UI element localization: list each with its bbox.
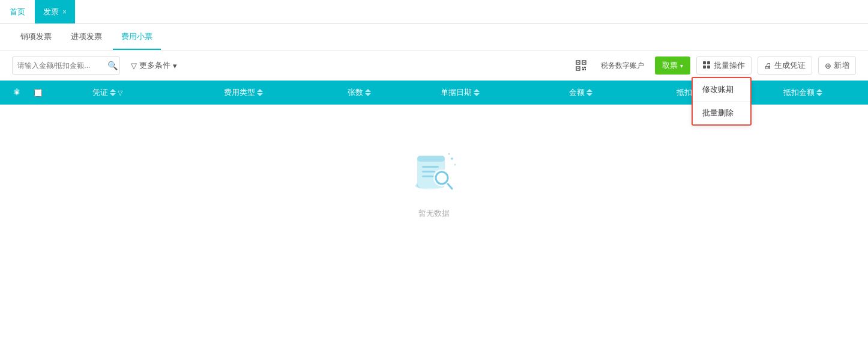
th-checkbox[interactable] — [29, 89, 47, 97]
invoice-tab-close[interactable]: × — [62, 8, 67, 16]
dropdown-item-batch-delete[interactable]: 批量删除 — [693, 101, 750, 124]
th-count[interactable]: 张数 — [319, 87, 399, 98]
top-nav: 首页 发票 × — [0, 0, 868, 24]
th-expense-type-label: 费用类型 — [224, 87, 255, 98]
gen-voucher-button[interactable]: 🖨 生成凭证 — [758, 56, 812, 75]
th-voucher-label: 凭证 — [92, 87, 108, 98]
count-sort-icon — [365, 89, 371, 96]
tax-account-button[interactable]: 税务数字账户 — [596, 56, 649, 75]
svg-rect-1 — [577, 62, 579, 63]
th-deduct-amount-label: 抵扣金额 — [783, 87, 815, 98]
date-sort-icon — [474, 89, 480, 96]
toolbar: 🔍 ▽ 更多条件 ▾ — [0, 50, 868, 81]
toolbar-right: 税务数字账户 取票 ▾ 批量操作 — [572, 56, 856, 75]
amount-sort-icon — [586, 89, 592, 96]
svg-rect-9 — [585, 69, 586, 70]
filter-chevron-icon: ▾ — [173, 61, 177, 70]
svg-line-22 — [448, 184, 452, 189]
empty-state-icon — [404, 141, 464, 201]
deduct-amount-sort-icon — [816, 89, 822, 96]
svg-point-23 — [451, 157, 453, 160]
th-date[interactable]: 单据日期 — [400, 87, 520, 98]
filter-icon: ▽ — [131, 61, 137, 70]
nav-home[interactable]: 首页 — [0, 0, 35, 23]
th-amount-label: 金额 — [569, 87, 585, 98]
svg-rect-10 — [703, 61, 706, 64]
svg-rect-7 — [584, 67, 586, 68]
gen-voucher-icon: 🖨 — [764, 61, 772, 70]
dropdown-item-modify-period[interactable]: 修改账期 — [693, 78, 750, 101]
select-all-checkbox[interactable] — [34, 89, 42, 97]
sub-tabs: 销项发票 进项发票 费用小票 — [0, 24, 868, 50]
batch-icon — [703, 61, 711, 70]
svg-rect-3 — [583, 62, 585, 63]
th-date-label: 单据日期 — [441, 87, 472, 98]
search-input-wrap[interactable]: 🔍 — [12, 56, 120, 75]
th-voucher-filter-icon[interactable]: ▽ — [118, 89, 122, 97]
th-setting[interactable] — [5, 88, 29, 97]
th-expense-type[interactable]: 费用类型 — [167, 87, 319, 98]
empty-state: 暂无数据 — [0, 105, 868, 255]
svg-point-25 — [448, 153, 450, 155]
qr-icon — [576, 60, 586, 71]
take-invoice-label: 取票 — [662, 60, 678, 71]
svg-rect-13 — [707, 66, 710, 69]
filter-button[interactable]: ▽ 更多条件 ▾ — [126, 56, 182, 75]
batch-op-wrapper: 批量操作 修改账期 批量删除 — [696, 56, 752, 75]
svg-rect-16 — [417, 156, 445, 162]
take-invoice-button[interactable]: 取票 ▾ — [655, 56, 690, 75]
svg-rect-11 — [707, 61, 710, 64]
th-amount[interactable]: 金额 — [520, 87, 641, 98]
invoice-tab[interactable]: 发票 × — [35, 0, 75, 23]
main-area: 销项发票 进项发票 费用小票 🔍 ▽ 更多条件 ▾ — [0, 24, 868, 351]
invoice-tab-label: 发票 — [43, 7, 59, 17]
tab-sales-invoice[interactable]: 销项发票 — [12, 24, 60, 50]
th-voucher[interactable]: 凭证 ▽ — [47, 87, 167, 98]
th-deduct-amount[interactable]: 抵扣金额 — [743, 87, 863, 98]
batch-op-label: 批量操作 — [714, 60, 745, 71]
take-invoice-chevron-icon: ▾ — [680, 63, 683, 69]
add-button[interactable]: ⊕ 新增 — [818, 56, 856, 75]
add-label: 新增 — [834, 60, 849, 71]
svg-rect-17 — [422, 166, 439, 168]
svg-point-24 — [454, 164, 456, 166]
tab-expense-receipt[interactable]: 费用小票 — [113, 24, 161, 50]
svg-rect-6 — [582, 67, 583, 68]
svg-rect-12 — [703, 66, 706, 69]
th-count-label: 张数 — [348, 87, 363, 98]
settings-icon — [12, 88, 22, 97]
empty-state-label: 暂无数据 — [418, 208, 450, 219]
voucher-sort-icon — [110, 89, 116, 96]
add-icon: ⊕ — [825, 61, 831, 70]
tax-account-label: 税务数字账户 — [601, 61, 644, 71]
search-input[interactable] — [17, 61, 107, 70]
svg-rect-5 — [577, 68, 579, 69]
qr-button[interactable] — [572, 56, 590, 75]
svg-rect-18 — [422, 171, 435, 172]
toolbar-left: 🔍 ▽ 更多条件 ▾ — [12, 56, 182, 75]
tab-purchase-invoice[interactable]: 进项发票 — [62, 24, 110, 50]
batch-op-dropdown: 修改账期 批量删除 — [692, 77, 752, 126]
filter-label: 更多条件 — [139, 60, 170, 71]
svg-rect-8 — [582, 69, 584, 70]
search-icon[interactable]: 🔍 — [107, 61, 118, 70]
gen-voucher-label: 生成凭证 — [774, 60, 806, 71]
batch-op-button[interactable]: 批量操作 — [696, 56, 752, 75]
expense-type-sort-icon — [257, 89, 263, 96]
